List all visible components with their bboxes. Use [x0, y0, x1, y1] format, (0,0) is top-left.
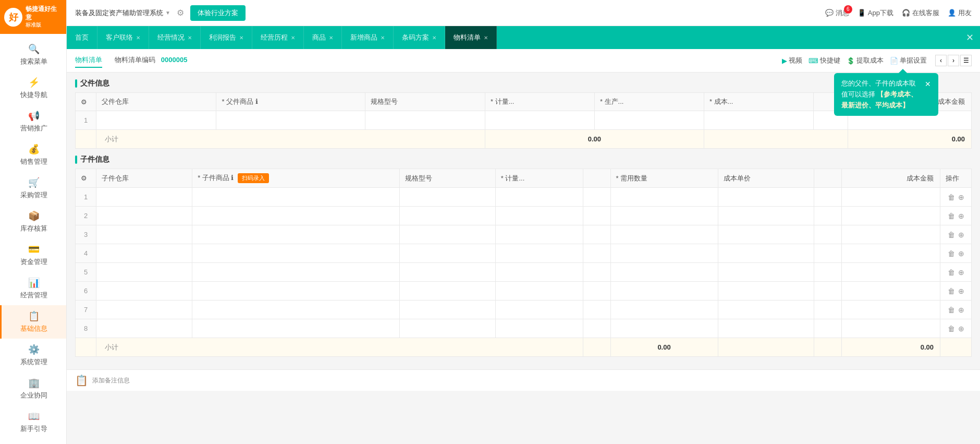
- copy-icon-8[interactable]: ⊕: [958, 325, 964, 333]
- child-cell-qty-4[interactable]: [610, 244, 718, 263]
- child-cell-spec-2[interactable]: [399, 207, 495, 225]
- child-cell-unitcost-7[interactable]: [718, 301, 814, 319]
- child-cell-unitcost-4[interactable]: [718, 244, 814, 263]
- cost-action[interactable]: 💲 提取成本: [847, 56, 884, 65]
- list-view-button[interactable]: ☰: [960, 55, 972, 66]
- child-cell-unit-1[interactable]: [495, 188, 583, 207]
- child-cell-warehouse-6[interactable]: [96, 282, 192, 301]
- child-cell-unit-3[interactable]: [495, 225, 583, 244]
- child-cell-unitcost-2[interactable]: [718, 207, 814, 225]
- sidebar-item-system[interactable]: ⚙️ 系统管理: [0, 339, 66, 372]
- copy-icon-4[interactable]: ⊕: [958, 249, 964, 258]
- child-cell-spec-3[interactable]: [399, 225, 495, 244]
- child-cell-unit-5[interactable]: [495, 263, 583, 282]
- system-title-selector[interactable]: 装备及固定资产辅助管理系统 ▼: [75, 8, 170, 18]
- user-button[interactable]: 👤 用友: [948, 8, 972, 18]
- sidebar-item-marketing[interactable]: 📢 营销推广: [0, 105, 66, 138]
- sub-tab-bom[interactable]: 物料清单: [75, 53, 102, 68]
- child-cell-unitcost-3[interactable]: [718, 225, 814, 244]
- child-cell-qty-2[interactable]: [610, 207, 718, 225]
- parent-th-settings[interactable]: ⚙: [76, 93, 96, 111]
- prev-page-button[interactable]: ‹: [935, 55, 947, 66]
- settings-action[interactable]: 📄 单据设置: [890, 56, 927, 65]
- tab-bom-close[interactable]: ✕: [484, 35, 488, 41]
- tab-home[interactable]: 首页: [67, 26, 97, 49]
- sidebar-item-quicknav[interactable]: ⚡ 快捷导航: [0, 71, 66, 105]
- child-cell-product-8[interactable]: [192, 319, 399, 338]
- sidebar-item-search[interactable]: 🔍 搜索菜单: [0, 38, 66, 71]
- child-cell-product-2[interactable]: [192, 207, 399, 225]
- tab-barcode-close[interactable]: ✕: [432, 35, 436, 41]
- child-cell-qty-6[interactable]: [610, 282, 718, 301]
- trial-button[interactable]: 体验行业方案: [190, 5, 246, 21]
- delete-icon-1[interactable]: 🗑: [948, 193, 955, 201]
- shortcut-action[interactable]: ⌨ 快捷键: [808, 56, 840, 65]
- sidebar-item-finance[interactable]: 💳 资金管理: [0, 238, 66, 272]
- child-cell-warehouse-4[interactable]: [96, 244, 192, 263]
- child-cell-product-5[interactable]: [192, 263, 399, 282]
- delete-icon-7[interactable]: 🗑: [948, 306, 955, 314]
- delete-icon-3[interactable]: 🗑: [948, 231, 955, 239]
- app-download-button[interactable]: 📱 App下载: [858, 8, 893, 18]
- tab-history-close[interactable]: ✕: [291, 35, 295, 41]
- sidebar-item-inventory[interactable]: 📦 库存核算: [0, 205, 66, 238]
- tab-goods-close[interactable]: ✕: [329, 35, 333, 41]
- child-cell-qty-5[interactable]: [610, 263, 718, 282]
- tab-newgoods[interactable]: 新增商品 ✕: [342, 26, 394, 49]
- child-cell-qty-8[interactable]: [610, 319, 718, 338]
- child-cell-unitcost-5[interactable]: [718, 263, 814, 282]
- child-cell-product-4[interactable]: [192, 244, 399, 263]
- child-cell-warehouse-1[interactable]: [96, 188, 192, 207]
- sidebar-item-sales[interactable]: 💰 销售管理: [0, 138, 66, 172]
- child-cell-unit-8[interactable]: [495, 319, 583, 338]
- child-cell-qty-1[interactable]: [610, 188, 718, 207]
- copy-icon-7[interactable]: ⊕: [958, 306, 964, 314]
- parent-cell-unit-1[interactable]: [485, 111, 594, 130]
- tab-goods[interactable]: 商品 ✕: [304, 26, 342, 49]
- child-cell-spec-4[interactable]: [399, 244, 495, 263]
- tab-profit-close[interactable]: ✕: [239, 35, 243, 41]
- add-notes-label[interactable]: 添加备注信息: [92, 376, 130, 385]
- delete-icon-2[interactable]: 🗑: [948, 212, 955, 220]
- parent-cell-spec-1[interactable]: [365, 111, 485, 130]
- delete-icon-4[interactable]: 🗑: [948, 249, 955, 258]
- scan-button[interactable]: 扫码录入: [238, 173, 269, 183]
- delete-icon-8[interactable]: 🗑: [948, 325, 955, 333]
- delete-icon-6[interactable]: 🗑: [948, 287, 955, 295]
- child-cell-unit-4[interactable]: [495, 244, 583, 263]
- online-service-button[interactable]: 🎧 在线客服: [902, 8, 939, 18]
- child-cell-unitcost-6[interactable]: [718, 282, 814, 301]
- tab-operations-close[interactable]: ✕: [188, 35, 192, 41]
- child-cell-qty-3[interactable]: [610, 225, 718, 244]
- child-cell-unit-7[interactable]: [495, 301, 583, 319]
- tab-history[interactable]: 经营历程 ✕: [252, 26, 304, 49]
- copy-icon-3[interactable]: ⊕: [958, 231, 964, 239]
- parent-cell-production-1[interactable]: [594, 111, 704, 130]
- child-cell-warehouse-8[interactable]: [96, 319, 192, 338]
- child-cell-product-6[interactable]: [192, 282, 399, 301]
- next-page-button[interactable]: ›: [948, 55, 959, 66]
- tab-barcode[interactable]: 条码方案 ✕: [394, 26, 445, 49]
- child-cell-product-1[interactable]: [192, 188, 399, 207]
- parent-cell-warehouse-1[interactable]: [96, 111, 216, 130]
- child-cell-qty-7[interactable]: [610, 301, 718, 319]
- copy-icon-1[interactable]: ⊕: [958, 193, 964, 201]
- copy-icon-6[interactable]: ⊕: [958, 287, 964, 295]
- child-cell-spec-7[interactable]: [399, 301, 495, 319]
- sidebar-item-enterprise[interactable]: 🏢 企业协同: [0, 372, 66, 405]
- tooltip-close-button[interactable]: ✕: [925, 78, 931, 90]
- child-th-settings[interactable]: ⚙: [76, 169, 96, 188]
- tab-bom[interactable]: 物料清单 ✕: [445, 26, 497, 49]
- child-cell-warehouse-3[interactable]: [96, 225, 192, 244]
- child-cell-spec-1[interactable]: [399, 188, 495, 207]
- child-cell-warehouse-2[interactable]: [96, 207, 192, 225]
- child-cell-spec-6[interactable]: [399, 282, 495, 301]
- child-cell-unit-2[interactable]: [495, 207, 583, 225]
- sidebar-item-purchase[interactable]: 🛒 采购管理: [0, 172, 66, 205]
- tab-customers[interactable]: 客户联络 ✕: [97, 26, 149, 49]
- sidebar-item-baseinfo[interactable]: 📋 基础信息: [0, 305, 66, 339]
- child-cell-spec-8[interactable]: [399, 319, 495, 338]
- message-button[interactable]: 💬 消息 6: [825, 8, 849, 18]
- tab-close-all[interactable]: ✕: [960, 32, 980, 43]
- copy-icon-2[interactable]: ⊕: [958, 212, 964, 220]
